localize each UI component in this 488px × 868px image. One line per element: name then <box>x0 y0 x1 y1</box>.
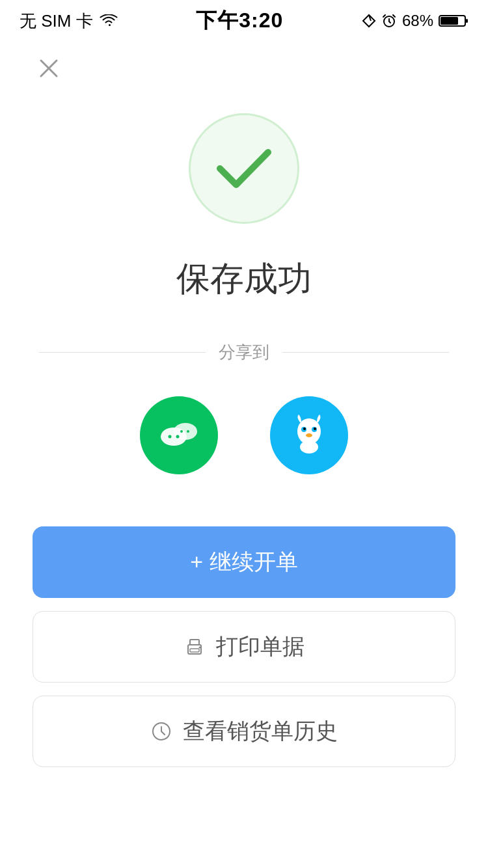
svg-point-11 <box>187 430 189 433</box>
battery-percent: 68% <box>402 12 433 30</box>
wechat-share-button[interactable] <box>140 396 218 474</box>
svg-point-18 <box>300 441 318 454</box>
status-time: 下午3:20 <box>196 7 283 35</box>
svg-point-22 <box>199 647 201 649</box>
svg-point-16 <box>314 427 316 430</box>
battery-icon <box>439 13 468 29</box>
close-button[interactable] <box>33 52 65 85</box>
action-buttons: + 继续开单 打印单据 查看销货单历史 <box>0 526 488 767</box>
alarm-icon <box>381 13 397 29</box>
share-label: 分享到 <box>206 341 282 364</box>
share-divider: 分享到 <box>0 341 488 364</box>
qq-share-button[interactable] <box>270 396 348 474</box>
svg-rect-21 <box>190 649 199 652</box>
status-right: 68% <box>362 12 468 30</box>
location-icon <box>362 14 376 28</box>
svg-rect-3 <box>466 19 468 23</box>
svg-point-9 <box>176 435 180 439</box>
success-icon-circle <box>189 113 299 224</box>
qq-logo-icon <box>286 412 332 459</box>
history-icon <box>150 720 172 742</box>
wechat-logo-icon <box>156 412 202 459</box>
svg-rect-20 <box>190 640 199 645</box>
success-title: 保存成功 <box>176 256 312 302</box>
share-icons <box>140 396 348 474</box>
svg-point-8 <box>169 435 172 439</box>
svg-point-17 <box>306 433 312 437</box>
status-left: 无 SIM 卡 <box>20 10 118 33</box>
status-bar: 无 SIM 卡 下午3:20 68% <box>0 0 488 42</box>
main-content: 保存成功 分享到 <box>0 42 488 767</box>
svg-point-10 <box>180 430 183 433</box>
history-button[interactable]: 查看销货单历史 <box>33 696 455 767</box>
svg-point-15 <box>303 427 306 430</box>
continue-button[interactable]: + 继续开单 <box>33 526 455 598</box>
svg-rect-2 <box>441 17 458 25</box>
sim-label: 无 SIM 卡 <box>20 10 93 33</box>
divider-line-right <box>282 352 449 353</box>
wifi-icon <box>100 14 118 27</box>
checkmark-icon <box>215 146 273 191</box>
print-label: 打印单据 <box>216 632 305 662</box>
printer-icon <box>183 636 206 658</box>
divider-line-left <box>39 352 206 353</box>
print-button[interactable]: 打印单据 <box>33 611 455 683</box>
history-label: 查看销货单历史 <box>183 716 338 746</box>
